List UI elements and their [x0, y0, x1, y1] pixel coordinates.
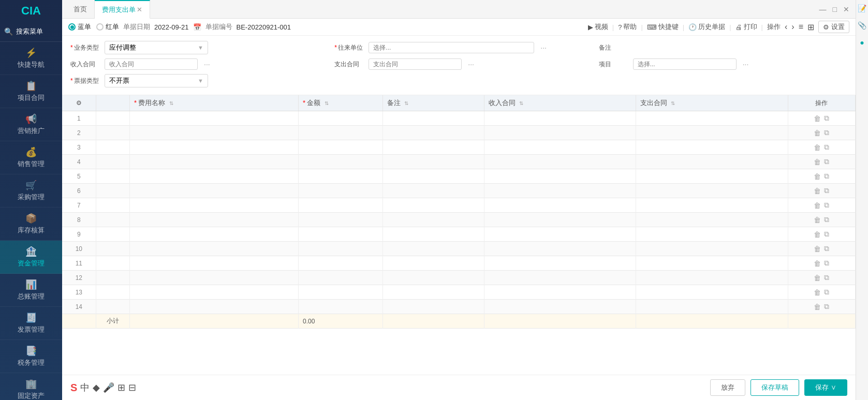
- right-panel-attach-icon[interactable]: 📎: [858, 19, 866, 32]
- sidebar-item-invoice[interactable]: 🧾 发票管理: [0, 307, 62, 340]
- delete-icon[interactable]: 🗑: [814, 259, 821, 268]
- save-button[interactable]: 保存 ∨: [804, 379, 847, 396]
- window-restore-btn[interactable]: □: [831, 5, 839, 13]
- cell-income[interactable]: [484, 242, 636, 256]
- sidebar-item-capital[interactable]: 🏦 资金管理: [0, 241, 62, 274]
- footer-minus-icon[interactable]: ⊟: [128, 382, 136, 393]
- cell-remark[interactable]: [383, 285, 484, 300]
- cell-remark[interactable]: [383, 227, 484, 242]
- delete-icon[interactable]: 🗑: [814, 216, 821, 224]
- cell-income[interactable]: [484, 256, 636, 271]
- cell-name[interactable]: [129, 198, 298, 213]
- cell-income[interactable]: [484, 271, 636, 285]
- tab-home[interactable]: 首页: [66, 0, 95, 19]
- cell-name[interactable]: [129, 213, 298, 227]
- copy-icon[interactable]: ⧉: [824, 215, 829, 224]
- footer-mic-icon[interactable]: 🎤: [103, 382, 114, 393]
- cell-amount[interactable]: [298, 155, 382, 169]
- cell-remark[interactable]: [383, 184, 484, 198]
- cell-remark[interactable]: [383, 198, 484, 213]
- sidebar-item-project-contract[interactable]: 📋 项目合同: [0, 75, 62, 108]
- cell-income[interactable]: [484, 300, 636, 314]
- copy-icon[interactable]: ⧉: [824, 259, 829, 268]
- th-expense[interactable]: 支出合同 ⇅: [636, 95, 788, 111]
- cell-remark[interactable]: [383, 140, 484, 155]
- copy-icon[interactable]: ⧉: [824, 288, 829, 297]
- cell-name[interactable]: [129, 140, 298, 155]
- delete-icon[interactable]: 🗑: [814, 172, 821, 181]
- cell-amount[interactable]: [298, 300, 382, 314]
- cell-amount[interactable]: [298, 184, 382, 198]
- copy-icon[interactable]: ⧉: [824, 172, 829, 181]
- cell-name[interactable]: [129, 169, 298, 184]
- cell-amount[interactable]: [298, 111, 382, 126]
- cell-expense[interactable]: [636, 271, 788, 285]
- copy-icon[interactable]: ⧉: [824, 186, 829, 195]
- cell-name[interactable]: [129, 155, 298, 169]
- business-type-select[interactable]: 应付调整 ▼: [105, 41, 208, 54]
- cell-amount[interactable]: [298, 242, 382, 256]
- cell-income[interactable]: [484, 285, 636, 300]
- cell-name[interactable]: [129, 184, 298, 198]
- shortcut-btn[interactable]: ⌨ 快捷键: [647, 22, 679, 32]
- cell-expense[interactable]: [636, 111, 788, 126]
- video-btn[interactable]: ▶ 视频: [588, 22, 608, 32]
- radio-red-label[interactable]: 红单: [96, 22, 119, 32]
- delete-icon[interactable]: 🗑: [814, 288, 821, 297]
- delete-icon[interactable]: 🗑: [814, 143, 821, 152]
- th-settings[interactable]: ⚙: [62, 95, 96, 111]
- view-list-btn[interactable]: ≡: [799, 22, 803, 32]
- sort-amount-icon[interactable]: ⇅: [325, 100, 329, 106]
- footer-chinese-icon[interactable]: 中: [80, 381, 90, 394]
- cell-income[interactable]: [484, 198, 636, 213]
- footer-diamond-icon[interactable]: ◆: [93, 382, 100, 393]
- copy-icon[interactable]: ⧉: [824, 128, 829, 137]
- cell-expense[interactable]: [636, 300, 788, 314]
- cell-amount[interactable]: [298, 271, 382, 285]
- tab-expense[interactable]: 费用支出单 ✕: [95, 0, 150, 19]
- cell-remark[interactable]: [383, 111, 484, 126]
- th-income[interactable]: 收入合同 ⇅: [484, 95, 636, 111]
- cell-income[interactable]: [484, 111, 636, 126]
- cell-amount[interactable]: [298, 169, 382, 184]
- cell-remark[interactable]: [383, 126, 484, 140]
- cell-income[interactable]: [484, 126, 636, 140]
- sidebar-item-purchase[interactable]: 🛒 采购管理: [0, 174, 62, 208]
- footer-grid-icon[interactable]: ⊞: [117, 382, 125, 393]
- copy-icon[interactable]: ⧉: [824, 244, 829, 253]
- calendar-icon[interactable]: 📅: [193, 23, 201, 31]
- partner-input[interactable]: [369, 42, 534, 53]
- view-grid-btn[interactable]: ⊞: [807, 22, 814, 32]
- project-more-icon[interactable]: ···: [743, 60, 749, 68]
- cell-remark[interactable]: [383, 271, 484, 285]
- cell-expense[interactable]: [636, 227, 788, 242]
- cell-amount[interactable]: [298, 140, 382, 155]
- cell-remark[interactable]: [383, 242, 484, 256]
- delete-icon[interactable]: 🗑: [814, 245, 821, 253]
- delete-icon[interactable]: 🗑: [814, 201, 821, 210]
- copy-icon[interactable]: ⧉: [824, 230, 829, 239]
- delete-icon[interactable]: 🗑: [814, 114, 821, 123]
- cell-expense[interactable]: [636, 155, 788, 169]
- sort-name-icon[interactable]: ⇅: [169, 100, 173, 106]
- print-btn[interactable]: 🖨 打印: [735, 22, 757, 32]
- delete-icon[interactable]: 🗑: [814, 303, 821, 311]
- cell-name[interactable]: [129, 111, 298, 126]
- project-input[interactable]: [633, 58, 737, 70]
- cell-amount[interactable]: [298, 285, 382, 300]
- sidebar-item-tax[interactable]: 📑 税务管理: [0, 340, 62, 373]
- window-minimize-btn[interactable]: —: [817, 5, 829, 13]
- expense-contract-input[interactable]: [369, 58, 462, 70]
- sidebar-item-marketing[interactable]: 📢 营销推广: [0, 108, 62, 141]
- copy-icon[interactable]: ⧉: [824, 302, 829, 311]
- cell-name[interactable]: [129, 256, 298, 271]
- delete-icon[interactable]: 🗑: [814, 158, 821, 166]
- sort-remark-icon[interactable]: ⇅: [404, 100, 408, 106]
- cell-expense[interactable]: [636, 126, 788, 140]
- expense-contract-more-icon[interactable]: ···: [468, 60, 474, 68]
- delete-icon[interactable]: 🗑: [814, 129, 821, 137]
- cell-expense[interactable]: [636, 256, 788, 271]
- cell-name[interactable]: [129, 285, 298, 300]
- cell-income[interactable]: [484, 169, 636, 184]
- partner-more-icon[interactable]: ···: [540, 43, 547, 52]
